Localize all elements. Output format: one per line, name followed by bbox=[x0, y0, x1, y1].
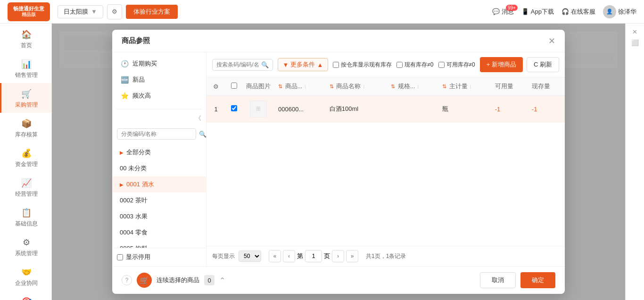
category-list: ▶ 全部分类 00 未分类 ▶ 0001 酒水 0002 茶 bbox=[112, 142, 206, 248]
sidebar-item-home[interactable]: 🏠 首页 bbox=[0, 24, 51, 53]
sidebar-item-operations[interactable]: 📈 经营管理 bbox=[0, 172, 51, 202]
app-download-button[interactable]: 📱 App下载 bbox=[521, 8, 554, 16]
category-search: 🔍 bbox=[112, 125, 206, 142]
sidebar-item-enterprise[interactable]: 🤝 企业协同 bbox=[0, 261, 51, 291]
page-input[interactable] bbox=[305, 250, 322, 262]
app-logo[interactable]: 畅捷通好生意 精品版 bbox=[8, 2, 50, 21]
more-filters-button[interactable]: ▼ 更多条件 ▲ bbox=[278, 58, 329, 71]
right-panel-close-icon[interactable]: ✕ bbox=[632, 28, 637, 35]
category-0001[interactable]: ▶ 0001 酒水 bbox=[112, 176, 206, 192]
store-dropdown[interactable]: 日太阳膜 ▼ bbox=[58, 5, 103, 18]
modal-close-button[interactable]: ✕ bbox=[548, 37, 555, 45]
category-0002[interactable]: 0002 茶叶 bbox=[112, 192, 206, 208]
inventory-icon: 📦 bbox=[21, 118, 32, 129]
warehouse-stock-filter[interactable]: 按仓库显示现有库存 bbox=[333, 61, 392, 69]
right-panel: 🔍 ▼ 更多条件 ▲ 按仓库显示现有库存 bbox=[206, 52, 565, 266]
add-product-button[interactable]: + 新增商品 bbox=[480, 57, 523, 72]
product-search-icon[interactable]: 🔍 bbox=[261, 61, 269, 68]
sidebar-item-sales[interactable]: 📊 销售管理 bbox=[0, 53, 51, 83]
prev-page-button[interactable]: ‹ bbox=[283, 250, 295, 262]
usable-stock-filter[interactable]: 可用库存≠0 bbox=[438, 61, 475, 69]
available-stock-filter[interactable]: 现有库存≠0 bbox=[396, 61, 433, 69]
col-checkbox-header[interactable] bbox=[225, 77, 242, 96]
messages-button[interactable]: 💬 消息 99+ bbox=[492, 8, 514, 16]
sidebar-item-system[interactable]: ⚙ 系统管理 bbox=[0, 232, 51, 261]
col-code-header[interactable]: ⇅ 商品... bbox=[274, 77, 326, 96]
modal-title: 商品参照 bbox=[122, 36, 150, 45]
collapse-button[interactable]: 《 bbox=[112, 111, 206, 125]
product-search-input[interactable] bbox=[216, 61, 259, 68]
cart-button[interactable]: 🛒 bbox=[137, 273, 152, 288]
confirm-button[interactable]: 确定 bbox=[520, 272, 555, 288]
row-code: 000600... bbox=[274, 96, 326, 123]
sidebar-item-purchase-label: 采购管理 bbox=[15, 101, 38, 109]
sidebar-item-basic-info[interactable]: 📋 基础信息 bbox=[0, 202, 51, 232]
settings-icon[interactable]: ⚙ bbox=[107, 4, 122, 19]
category-search-input[interactable] bbox=[117, 128, 196, 140]
guide-icon: 🎯 bbox=[21, 297, 32, 300]
show-disabled-checkbox[interactable] bbox=[117, 254, 123, 260]
row-spec bbox=[387, 96, 438, 123]
sidebar-item-guide[interactable]: 🎯 新手引导 bbox=[0, 291, 51, 300]
basic-info-icon: 📋 bbox=[21, 208, 32, 218]
unit-sort-icon: ⇅ bbox=[442, 83, 446, 89]
per-page-select[interactable]: 50 bbox=[239, 250, 261, 262]
category-search-icon[interactable]: 🔍 bbox=[199, 131, 206, 138]
online-service-label: 在线客服 bbox=[571, 8, 595, 16]
col-unit-header[interactable]: ⇅ 主计量 bbox=[438, 77, 491, 96]
row-checkbox[interactable] bbox=[225, 96, 242, 123]
usable-stock-checkbox[interactable] bbox=[438, 62, 445, 68]
new-product-tab[interactable]: 🆕 新品 bbox=[116, 72, 202, 87]
footer-collapse-icon[interactable]: ⌃ bbox=[219, 276, 225, 285]
modal-body: 🕐 近期购买 🆕 新品 ⭐ 频次高 bbox=[112, 52, 565, 266]
category-0003[interactable]: 0003 水果 bbox=[112, 208, 206, 225]
refresh-button[interactable]: C 刷新 bbox=[527, 57, 559, 72]
main-layout: 🏠 首页 📊 销售管理 🛒 采购管理 📦 库存核算 💰 资金管理 📈 经营管理 … bbox=[0, 24, 644, 300]
warehouse-stock-checkbox[interactable] bbox=[333, 62, 339, 68]
cat-0001-arrow-icon: ▶ bbox=[120, 182, 124, 187]
last-page-button[interactable]: » bbox=[346, 250, 358, 262]
app-download-label: App下载 bbox=[531, 8, 554, 16]
pagination: 每页显示 50 « ‹ 第 页 › » bbox=[206, 246, 565, 266]
sidebar-item-purchase[interactable]: 🛒 采购管理 bbox=[0, 83, 51, 113]
navbar-right: 💬 消息 99+ 📱 App下载 🎧 在线客服 👤 徐泽华 bbox=[492, 5, 636, 18]
sidebar-item-system-label: 系统管理 bbox=[15, 250, 38, 258]
double-left-icon: 《 bbox=[195, 114, 201, 123]
available-stock-checkbox[interactable] bbox=[396, 62, 403, 68]
sidebar-item-operations-label: 经营管理 bbox=[15, 190, 38, 198]
new-icon: 🆕 bbox=[121, 76, 129, 83]
dropdown-arrow-icon: ▼ bbox=[91, 8, 97, 15]
sidebar-item-inventory[interactable]: 📦 库存核算 bbox=[0, 113, 51, 142]
right-panel-expand-icon[interactable]: ⬜ bbox=[631, 39, 639, 46]
logo-text: 畅捷通好生意 bbox=[13, 6, 44, 12]
show-disabled-label[interactable]: 显示停用 bbox=[126, 253, 150, 261]
cancel-button[interactable]: 取消 bbox=[480, 272, 516, 288]
row-name: 白酒100ml bbox=[326, 96, 387, 123]
user-menu[interactable]: 👤 徐泽华 bbox=[603, 5, 636, 18]
first-page-button[interactable]: « bbox=[269, 250, 281, 262]
category-0004[interactable]: 0004 零食 bbox=[112, 225, 206, 241]
online-service-button[interactable]: 🎧 在线客服 bbox=[561, 8, 595, 16]
sidebar-item-inventory-label: 库存核算 bbox=[15, 131, 38, 139]
table-row[interactable]: 1 图 000600... 白酒100ml 瓶 bbox=[206, 96, 565, 123]
col-settings-header[interactable]: ⚙ bbox=[206, 77, 225, 96]
operations-icon: 📈 bbox=[21, 178, 32, 188]
help-icon[interactable]: ? bbox=[122, 275, 132, 285]
recent-purchase-tab[interactable]: 🕐 近期购买 bbox=[116, 56, 202, 71]
col-spec-header[interactable]: ⇅ 规格... bbox=[387, 77, 438, 96]
frequent-tab[interactable]: ⭐ 频次高 bbox=[116, 88, 202, 103]
page-summary: 共1页，1条记录 bbox=[366, 252, 406, 260]
select-all-checkbox[interactable] bbox=[231, 83, 237, 89]
next-page-button[interactable]: › bbox=[332, 250, 344, 262]
sidebar-item-finance[interactable]: 💰 资金管理 bbox=[0, 142, 51, 172]
finance-icon: 💰 bbox=[21, 148, 32, 158]
category-0005[interactable]: 0005 饮料 bbox=[112, 241, 206, 248]
selection-count-badge: 0 bbox=[204, 275, 215, 285]
category-all[interactable]: ▶ 全部分类 bbox=[112, 144, 206, 160]
product-thumbnail: 图 bbox=[250, 100, 267, 117]
col-name-header[interactable]: ⇅ 商品名称 bbox=[326, 77, 387, 96]
sidebar-item-finance-label: 资金管理 bbox=[15, 160, 38, 168]
experience-button[interactable]: 体验行业方案 bbox=[126, 5, 178, 19]
warehouse-stock-label: 按仓库显示现有库存 bbox=[341, 61, 392, 69]
category-00[interactable]: 00 未分类 bbox=[112, 160, 206, 176]
